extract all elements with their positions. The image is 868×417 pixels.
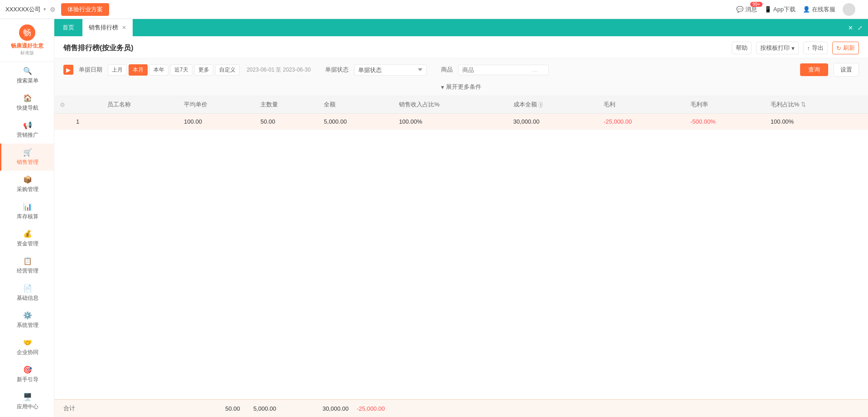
date-range-text: 2023-06-01 至 2023-06-30 xyxy=(247,66,311,74)
table-header-row: ⚙ 员工名称 平均单价 主数量 全额 销售收入占比% 成本全额 i 毛利 毛利率… xyxy=(54,96,868,114)
query-button[interactable]: 查询 xyxy=(800,63,828,76)
table-footer: 合计 50.00 5,000.00 30,000.00 -25,000.00 xyxy=(54,399,868,417)
sidebar-item-label: 企业协同 xyxy=(17,349,38,356)
guide-icon: 🎯 xyxy=(23,365,32,374)
print-button[interactable]: 按模板打印 ▾ xyxy=(756,42,799,54)
corp-icon: 🤝 xyxy=(23,338,32,347)
marketing-icon: 📢 xyxy=(23,121,32,129)
filter-toggle-icon[interactable]: ▶ xyxy=(63,65,73,75)
sidebar-item-wechat[interactable]: 💬 企业微信 xyxy=(0,415,54,417)
expand-icon: ▾ xyxy=(441,84,444,91)
footer-qty: 50.00 xyxy=(209,405,245,412)
data-table: ⚙ 员工名称 平均单价 主数量 全额 销售收入占比% 成本全额 i 毛利 毛利率… xyxy=(54,96,868,130)
sidebar-item-search[interactable]: 🔍 搜索菜单 xyxy=(0,62,54,89)
sidebar-logo: 畅 畅康通好生意 标准版 xyxy=(0,19,54,62)
tab-sales-ranking[interactable]: 销售排行榜 ✕ xyxy=(82,19,133,36)
row-cost: 30,000.00 xyxy=(508,114,599,130)
date-buttons: 上月 本月 本年 近7天 更多 自定义 xyxy=(108,64,240,76)
settings-filter-button[interactable]: 设置 xyxy=(834,63,859,77)
sidebar-item-system[interactable]: ⚙️ 系统管理 xyxy=(0,307,54,334)
help-button[interactable]: 帮助 xyxy=(732,42,752,54)
footer-profit: -25,000.00 xyxy=(354,405,390,412)
company-selector[interactable]: XXXXXX公司 ▾ xyxy=(5,5,46,14)
sidebar-item-operation[interactable]: 📋 经营管理 xyxy=(0,252,54,279)
window-expand-icon[interactable]: ⤢ xyxy=(858,24,863,31)
top-gear-icon[interactable]: ⚙ xyxy=(50,6,56,13)
sidebar-item-shortcut[interactable]: 🏠 快捷导航 xyxy=(0,89,54,116)
top-bar-right: 💬 消息 99+ 📱 App下载 👤 在线客服 xyxy=(736,3,863,16)
sidebar-item-label: 新手引导 xyxy=(17,376,38,383)
sidebar-item-label: 基础信息 xyxy=(17,294,38,302)
row-settings xyxy=(54,114,71,130)
appstore-icon: 🖥️ xyxy=(23,393,32,401)
message-badge: 99+ xyxy=(750,2,762,7)
sidebar-item-label: 资金管理 xyxy=(17,240,38,248)
goods-input[interactable] xyxy=(462,67,530,73)
date-btn-this-month[interactable]: 本月 xyxy=(129,64,148,76)
app-download-label: App下载 xyxy=(773,5,796,14)
search-icon: 🔍 xyxy=(23,67,32,75)
sidebar-item-inventory[interactable]: 📊 库存核算 xyxy=(0,198,54,225)
row-sales-pct: 100.00% xyxy=(393,114,508,130)
filter-row-1: ▶ 单据日期 上月 本月 本年 近7天 更多 自定义 2023-06-01 至 … xyxy=(63,63,859,77)
date-btn-custom[interactable]: 自定义 xyxy=(215,64,240,76)
avatar[interactable] xyxy=(843,3,855,16)
status-label: 单据状态 xyxy=(325,66,349,74)
table-col-avg-price: 平均单价 xyxy=(178,96,255,114)
footer-amount: 5,000.00 xyxy=(245,405,282,412)
table-col-amount: 全额 xyxy=(318,96,393,114)
sidebar-item-finance[interactable]: 💰 资金管理 xyxy=(0,225,54,252)
trial-button[interactable]: 体验行业方案 xyxy=(61,3,109,16)
row-avg-price: 100.00 xyxy=(178,114,255,130)
sales-icon: 🛒 xyxy=(23,148,32,157)
export-label: 导出 xyxy=(812,44,824,52)
message-button[interactable]: 💬 消息 99+ xyxy=(736,5,757,14)
sidebar-item-purchase[interactable]: 📦 采购管理 xyxy=(0,171,54,198)
sidebar-item-guide[interactable]: 🎯 新手引导 xyxy=(0,361,54,388)
operation-icon: 📋 xyxy=(23,257,32,265)
sidebar-item-appstore[interactable]: 🖥️ 应用中心 xyxy=(0,388,54,415)
window-close-icon[interactable]: ✕ xyxy=(848,24,853,31)
header-actions: 帮助 按模板打印 ▾ ↑ 导出 ↻ 刷新 xyxy=(732,42,859,54)
footer-cost: 30,000.00 xyxy=(318,405,354,412)
message-icon: 💬 xyxy=(736,6,743,13)
expand-more-button[interactable]: ▾ 展开更多条件 xyxy=(441,83,481,91)
sidebar-item-corp[interactable]: 🤝 企业协同 xyxy=(0,334,54,361)
table-wrap: ⚙ 员工名称 平均单价 主数量 全额 销售收入占比% 成本全额 i 毛利 毛利率… xyxy=(54,96,868,399)
refresh-button[interactable]: ↻ 刷新 xyxy=(832,42,859,54)
system-icon: ⚙️ xyxy=(23,311,32,320)
logo-sub: 标准版 xyxy=(20,50,34,56)
sidebar-item-sales[interactable]: 🛒 销售管理 xyxy=(0,144,54,171)
home-icon: 🏠 xyxy=(23,94,32,102)
main-layout: 畅 畅康通好生意 标准版 🔍 搜索菜单 🏠 快捷导航 📢 营销推广 🛒 销售管理… xyxy=(0,19,868,417)
sidebar-item-marketing[interactable]: 📢 营销推广 xyxy=(0,116,54,144)
content-area: 首页 销售排行榜 ✕ ✕ ⤢ 销售排行榜(按业务员) 帮助 按模板打印 ▾ xyxy=(54,19,868,417)
export-button[interactable]: ↑ 导出 xyxy=(803,42,828,54)
company-name: XXXXXX公司 xyxy=(5,5,41,14)
row-rank: 1 xyxy=(71,114,102,130)
tab-close-icon[interactable]: ✕ xyxy=(122,24,126,31)
date-btn-last-month[interactable]: 上月 xyxy=(108,64,127,76)
date-btn-7days[interactable]: 近7天 xyxy=(170,64,192,76)
top-bar: XXXXXX公司 ▾ ⚙ 体验行业方案 💬 消息 99+ 📱 App下载 👤 在… xyxy=(0,0,868,19)
sidebar-item-basic[interactable]: 📄 基础信息 xyxy=(0,279,54,307)
sidebar-item-label: 系统管理 xyxy=(17,321,38,329)
purchase-icon: 📦 xyxy=(23,175,32,184)
table-col-qty: 主数量 xyxy=(255,96,318,114)
table-col-profit-pct: 毛利占比% ⇅ xyxy=(765,96,868,114)
online-service-link[interactable]: 👤 在线客服 xyxy=(803,5,835,14)
refresh-label: 刷新 xyxy=(843,44,855,52)
print-chevron-icon: ▾ xyxy=(791,45,795,52)
date-btn-more[interactable]: 更多 xyxy=(194,64,213,76)
table-col-profit: 毛利 xyxy=(598,96,685,114)
sidebar-item-label: 应用中心 xyxy=(17,403,38,411)
finance-icon: 💰 xyxy=(23,230,32,238)
date-btn-this-year[interactable]: 本年 xyxy=(149,64,168,76)
table-col-cost: 成本全额 i xyxy=(508,96,599,114)
basic-icon: 📄 xyxy=(23,284,32,292)
table-col-settings[interactable]: ⚙ xyxy=(54,96,71,114)
tab-home[interactable]: 首页 xyxy=(54,19,82,36)
status-select[interactable]: 单据状态 xyxy=(354,64,427,76)
app-download-link[interactable]: 📱 App下载 xyxy=(764,5,796,14)
row-qty: 50.00 xyxy=(255,114,318,130)
